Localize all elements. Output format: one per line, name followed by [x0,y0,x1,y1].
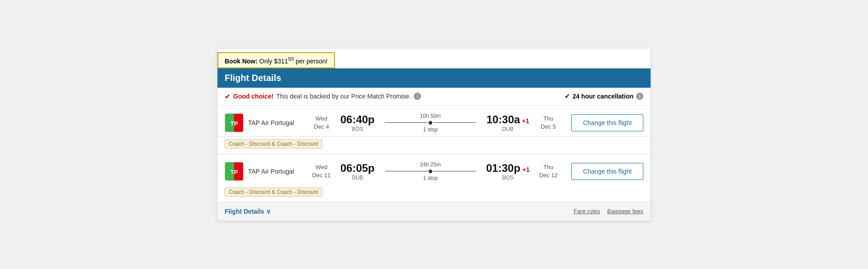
flight-card: Book Now: Only $31193 per person! Flight… [217,48,651,221]
arrive-time-1: 10:30a +1 [483,113,533,126]
coach-tag-2: Coach - Discount & Coach - Discount [225,188,322,197]
route-line-1 [385,121,476,125]
depart-date-2: Wed Dec 11 [306,163,337,179]
airline-info-1: TP TAP Air Portugal [225,113,306,132]
stops-2: 1 stop [423,175,438,181]
depart-time-col-2: 06:05p DUB [337,162,378,181]
arrive-airport-1: DUB [483,126,533,132]
route-line-right-2 [433,171,476,171]
airline-name-1: TAP Air Portugal [248,119,294,126]
arrive-airport-2: BOS [483,175,533,181]
arrive-time-val-2: 01:30p [486,162,520,174]
chevron-down-icon: ∨ [266,208,271,215]
depart-airport-2: DUB [337,175,378,181]
route-dot-1 [429,121,432,125]
route-line-right-1 [433,122,476,123]
header-title: Flight Details [225,73,281,83]
airline-logo-2: TP [225,162,244,181]
depart-airport-1: BOS [337,126,378,132]
coach-discount-row-2: Coach - Discount & Coach - Discount [217,185,651,202]
arrive-time-val-1: 10:30a [486,113,520,126]
footer-right: Fare rules Baggage fees [574,208,643,215]
good-choice-left: ✔ Good choice! This deal is backed by ou… [225,92,421,101]
route-line-left-1 [385,122,428,123]
depart-time-2: 06:05p [337,162,378,175]
change-flight-btn-2[interactable]: Change this flight [571,163,643,180]
plus-one-2: +1 [522,166,529,173]
change-flight-btn-1[interactable]: Change this flight [571,114,643,131]
good-choice-checkmark: ✔ [225,92,231,101]
baggage-fees-link[interactable]: Baggage fees [607,208,643,215]
route-line-2 [385,170,476,173]
cancellation-text: 24 hour cancellation [573,93,633,100]
good-choice-info-icon[interactable]: i [414,93,421,100]
flight-row-1: TP TAP Air Portugal Wed Dec 4 06:40p BOS… [217,106,651,137]
depart-time-col-1: 06:40p BOS [337,113,378,132]
cancellation-checkmark: ✔ [565,93,570,100]
book-now-suffix: per person! [296,58,328,65]
arrive-date-1: Thu Dec 5 [533,115,564,131]
good-choice-text: This deal is backed by our Price Match P… [276,93,411,100]
depart-date-1: Wed Dec 4 [306,115,337,131]
route-col-1: 10h 50m 1 stop [378,113,483,133]
svg-text:TP: TP [231,169,238,175]
footer: Flight Details ∨ Fare rules Baggage fees [217,202,651,220]
cancellation-right: ✔ 24 hour cancellation i [565,93,643,100]
book-now-prefix: Book Now: [225,58,258,65]
arrive-col-2: 01:30p +1 BOS [483,162,533,181]
coach-discount-row-1: Coach - Discount & Coach - Discount [217,137,651,154]
depart-time-1: 06:40p [337,113,378,126]
flight-details-label: Flight Details [225,208,264,215]
book-now-wrapper: Book Now: Only $31193 per person! [217,49,651,68]
duration-2: 24h 25m [420,161,441,168]
book-now-price: Only $311 [259,58,288,65]
book-now-superscript: 93 [288,56,294,62]
header-bar: Flight Details [217,68,651,88]
plus-one-1: +1 [522,117,529,125]
flight-details-link[interactable]: Flight Details ∨ [225,208,271,215]
airline-logo-1: TP [225,113,244,132]
route-dot-2 [429,170,432,173]
airline-name-2: TAP Air Portugal [248,168,294,175]
svg-text:TP: TP [231,120,238,127]
fare-rules-link[interactable]: Fare rules [574,208,600,215]
book-now-banner: Book Now: Only $31193 per person! [217,52,335,68]
cancellation-info-icon[interactable]: i [636,93,643,100]
coach-tag-1: Coach - Discount & Coach - Discount [225,139,322,148]
flight-row-2: TP TAP Air Portugal Wed Dec 11 06:05p DU… [217,154,651,185]
stops-1: 1 stop [423,126,438,133]
good-choice-label: Good choice! [233,93,273,100]
route-col-2: 24h 25m 1 stop [378,161,483,181]
arrive-date-2: Thu Dec 12 [533,163,564,179]
arrive-col-1: 10:30a +1 DUB [483,113,533,132]
route-line-left-2 [385,171,428,171]
arrive-time-2: 01:30p +1 [483,162,533,175]
duration-1: 10h 50m [420,113,441,119]
airline-info-2: TP TAP Air Portugal [225,162,306,181]
good-choice-bar: ✔ Good choice! This deal is backed by ou… [217,88,651,106]
